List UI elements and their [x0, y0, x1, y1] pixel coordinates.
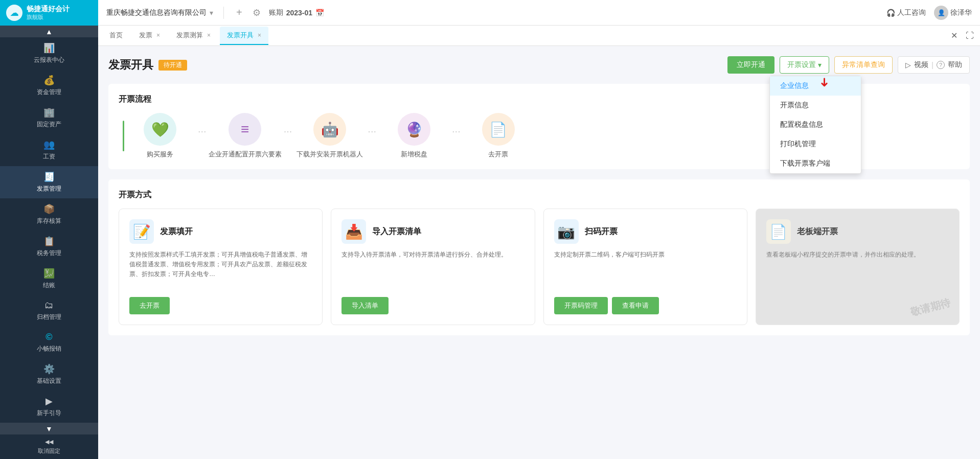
flow-step-download-robot: 🤖 下载并安装开票机器人: [294, 113, 366, 159]
boss-invoice-icon: 📄: [766, 219, 791, 244]
headphone-icon: 🎧: [886, 9, 895, 17]
help-section: ▷ 视频 | ? 帮助: [898, 56, 970, 74]
flow-step-buy-service: 💚 购买服务: [124, 113, 196, 159]
tab-invoice-close[interactable]: ×: [156, 32, 160, 39]
buy-service-label: 购买服务: [147, 150, 173, 159]
sidebar-label: 税务管理: [37, 249, 61, 258]
fund-icon: 💰: [43, 75, 55, 86]
config-enterprise-label: 企业开通配置开票六要素: [209, 150, 282, 159]
scan-qr-desc: 支持定制开票二维码，客户端可扫码开票: [554, 250, 737, 291]
go-invoice-label: 去开票: [488, 150, 508, 159]
username: 徐泽华: [950, 8, 972, 17]
add-company-button[interactable]: +: [234, 7, 244, 18]
dropdown-arrow-icon: ▾: [818, 61, 822, 69]
sidebar-item-new-guide[interactable]: ▶ 新手引导: [0, 391, 98, 423]
scan-qr-view-button[interactable]: 查看申请: [612, 297, 659, 314]
tab-invoice-issue-label: 发票开具: [227, 31, 254, 40]
inventory-icon: 📦: [43, 203, 55, 215]
sidebar-item-salary[interactable]: 👥 工资: [0, 134, 98, 166]
download-robot-icon: 🤖: [313, 113, 346, 146]
help-label[interactable]: 帮助: [948, 60, 962, 70]
logo-icon: ☁: [6, 5, 22, 21]
calendar-icon[interactable]: 📅: [315, 9, 324, 17]
import-list-button[interactable]: 导入清单: [341, 297, 389, 314]
sidebar-item-fund-mgmt[interactable]: 💰 资金管理: [0, 70, 98, 102]
guide-icon: ▶: [45, 396, 53, 407]
expand-button[interactable]: ⛶: [964, 29, 976, 42]
dropdown-item-download-client[interactable]: 下载开票客户端: [770, 154, 861, 173]
video-label[interactable]: 视频: [914, 60, 928, 70]
fixed-assets-icon: 🏢: [43, 107, 55, 118]
logo-text: 畅捷通好会计: [27, 5, 70, 13]
manual-fill-desc: 支持按照发票样式手工填开发票；可开具增值税电子普通发票、增值税普通发票、增值税专…: [129, 250, 312, 291]
boss-invoice-title: 老板端开票: [797, 226, 838, 237]
sidebar-label: 库存核算: [37, 217, 61, 225]
manual-fill-icon: 📝: [129, 219, 154, 244]
config-enterprise-icon: ≡: [229, 113, 261, 146]
billing-card-import-list: 📥 导入开票清单 支持导入待开票清单，可对待开票清单进行拆分、合并处理。 导入清…: [331, 209, 535, 325]
sidebar-item-fixed-assets[interactable]: 🏢 固定资产: [0, 102, 98, 134]
settings-dropdown-button[interactable]: 开票设置 ▾: [780, 56, 829, 74]
add-tax-icon: 🔮: [398, 113, 430, 146]
sidebar-item-cancel-fixed[interactable]: ◀◀ 取消固定: [0, 434, 98, 459]
card-header-scan: 📷 扫码开票: [554, 219, 737, 244]
sidebar-label: 固定资产: [37, 120, 61, 129]
manual-fill-action: 去开票: [129, 297, 312, 314]
scan-qr-manage-button[interactable]: 开票码管理: [554, 297, 608, 314]
tab-invoice[interactable]: 发票 ×: [132, 27, 167, 45]
sidebar-scroll-up[interactable]: ▲: [0, 26, 98, 37]
invoice-info-label: 开票信息: [780, 101, 809, 109]
billing-section-title: 开票方式: [119, 190, 960, 200]
dropdown-item-printer[interactable]: 打印机管理: [770, 134, 861, 154]
archive-icon: 🗂: [44, 300, 54, 311]
consult-button[interactable]: 🎧 人工咨询: [886, 8, 926, 17]
flow-arrow-2: ···: [284, 125, 292, 147]
sidebar-item-accounting[interactable]: 💹 结账: [0, 263, 98, 295]
card-header-boss: 📄 老板端开票: [766, 219, 949, 244]
billing-card-scan-qr: 📷 扫码开票 支持定制开票二维码，客户端可扫码开票 开票码管理 查看申请: [543, 209, 747, 325]
sidebar-item-archive[interactable]: 🗂 归档管理: [0, 295, 98, 327]
sidebar-item-tax-mgmt[interactable]: 📋 税务管理: [0, 231, 98, 263]
invoice-mgmt-icon: 🧾: [43, 171, 55, 182]
sidebar-item-inventory[interactable]: 📦 库存核算: [0, 198, 98, 231]
page-title: 发票开具: [108, 57, 153, 73]
main-body: ▲ 📊 云报表中心 💰 资金管理 🏢 固定资产 👥 工资 🧾 发票管理: [0, 26, 980, 459]
dropdown-item-invoice-info[interactable]: 开票信息: [770, 96, 861, 115]
tab-invoice-issue-close[interactable]: ×: [258, 32, 261, 39]
tax-disk-label: 配置税盘信息: [780, 120, 823, 128]
tab-bar: 首页 发票 × 发票测算 × 发票开具 × ✕ ⛶: [98, 26, 980, 46]
tab-invoice-test-close[interactable]: ×: [207, 32, 211, 39]
scan-qr-action: 开票码管理 查看申请: [554, 297, 737, 314]
app-container: ☁ 畅捷通好会计 旗舰版 重庆畅捷交通信息咨询有限公司 ▾ + ⚙ 账期 202…: [0, 0, 980, 459]
accounting-icon: 💹: [43, 268, 55, 279]
sidebar-item-report-sales[interactable]: © 小畅报销: [0, 327, 98, 358]
boss-invoice-desc: 查看老板端小程序提交的开票申请，并作出相应的处理。: [766, 250, 949, 291]
sidebar-item-cloud-report[interactable]: 📊 云报表中心: [0, 37, 98, 70]
activate-button[interactable]: 立即开通: [727, 56, 774, 74]
settings-dropdown-menu: 企业信息 开票信息 配置税盘信息 打印机管理: [769, 76, 861, 174]
close-tab-button[interactable]: ✕: [949, 29, 960, 42]
exception-list-button[interactable]: 异常清单查询: [834, 56, 893, 74]
sidebar-item-basic-settings[interactable]: ⚙️ 基础设置: [0, 358, 98, 391]
dropdown-item-company-info[interactable]: 企业信息: [770, 76, 861, 96]
tab-invoice-issue[interactable]: 发票开具 ×: [220, 27, 268, 45]
scan-qr-title: 扫码开票: [585, 226, 618, 237]
logo-area[interactable]: ☁ 畅捷通好会计 旗舰版: [0, 0, 98, 26]
manual-fill-button[interactable]: 去开票: [129, 297, 170, 314]
flow-arrow-1: ···: [198, 125, 207, 147]
dropdown-item-tax-disk[interactable]: 配置税盘信息: [770, 115, 861, 134]
company-selector[interactable]: 重庆畅捷交通信息咨询有限公司 ▾: [106, 8, 213, 17]
video-icon[interactable]: ▷: [905, 61, 911, 69]
download-robot-label: 下载并安装开票机器人: [297, 150, 363, 159]
period-label: 账期: [269, 8, 283, 17]
flow-step-add-tax: 🔮 新增税盘: [378, 113, 450, 159]
content-main: 发票开具 待开通 立即开通 开票设置 ▾: [98, 46, 980, 459]
sidebar-item-invoice-mgmt[interactable]: 🧾 发票管理: [0, 166, 98, 198]
tab-home[interactable]: 首页: [102, 27, 130, 45]
sidebar-scroll-down[interactable]: ▼: [0, 423, 98, 434]
tab-invoice-test[interactable]: 发票测算 ×: [169, 27, 218, 45]
user-area[interactable]: 👤 徐泽华: [934, 6, 972, 20]
chevron-down-icon[interactable]: ▾: [210, 9, 213, 17]
settings-icon[interactable]: ⚙: [250, 7, 263, 18]
sidebar-label: 工资: [43, 152, 55, 161]
